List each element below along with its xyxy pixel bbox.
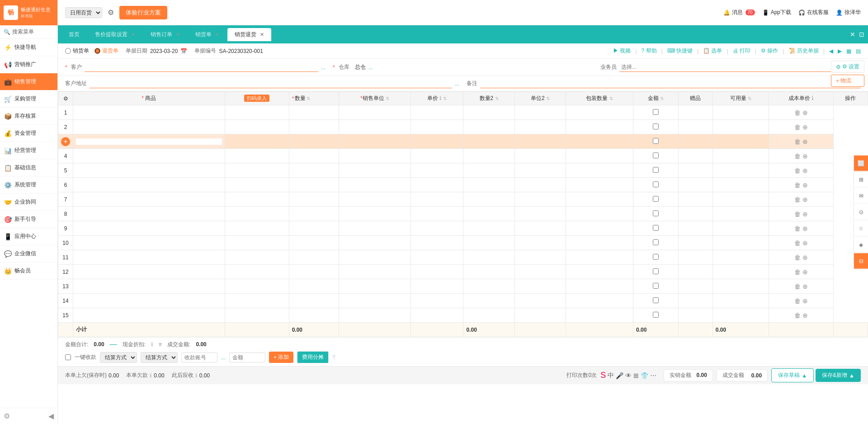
sidebar-item-operations[interactable]: 📊 经营管理 — [0, 142, 57, 159]
gift-cell[interactable] — [633, 192, 679, 207]
online-service-item[interactable]: 🎧 在线客服 — [798, 9, 829, 16]
sidebar-item-enterprise[interactable]: 🤝 企业协同 — [0, 194, 57, 211]
gift-checkbox[interactable] — [653, 254, 659, 260]
gift-cell[interactable] — [633, 134, 679, 149]
quantity-cell[interactable] — [225, 134, 289, 149]
customer-addr-input[interactable] — [90, 79, 452, 88]
unit2-cell[interactable] — [463, 134, 514, 149]
sidebar-item-purchase[interactable]: 🛒 采购管理 — [0, 91, 57, 108]
settings-button[interactable]: ⚙ ⚙ 设置 — [831, 61, 864, 73]
delete-row-icon[interactable]: 🗑 — [794, 297, 801, 305]
unit2-sort-icon[interactable]: ⇅ — [546, 96, 550, 101]
payment-amount-input[interactable] — [229, 353, 265, 362]
add-logistics-button[interactable]: + 物流 — [831, 75, 864, 87]
delete-row-icon[interactable]: 🗑 — [794, 152, 801, 160]
tab-price-setting[interactable]: 售价提取设置 ✕ — [88, 28, 142, 41]
tab-close-icon[interactable]: ✕ — [131, 32, 135, 38]
copy-row-icon[interactable]: ⊕ — [802, 124, 808, 131]
gift-checkbox[interactable] — [653, 138, 659, 144]
shortcut-action[interactable]: ⌨ 快捷键 — [667, 47, 693, 55]
pack-qty-cell[interactable] — [514, 134, 566, 149]
copy-row-icon[interactable]: ⊕ — [802, 239, 808, 247]
sidebar-item-inventory[interactable]: 📦 库存核算 — [0, 108, 57, 125]
sidebar-item-quick-nav[interactable]: ⚡ 快捷导航 — [0, 39, 57, 56]
account-dots[interactable]: ... — [221, 354, 226, 361]
tab-close-all-icon[interactable]: ✕ — [850, 31, 855, 38]
copy-row-icon[interactable]: ⊕ — [802, 225, 808, 232]
gift-cell[interactable] — [633, 265, 679, 279]
add-payment-button[interactable]: + 添加 — [269, 352, 293, 363]
topbar-settings-icon[interactable]: ⚙ — [108, 8, 114, 17]
radio-return-input[interactable] — [94, 48, 100, 54]
gift-cell[interactable] — [633, 178, 679, 192]
tab-home[interactable]: 首页 — [61, 28, 87, 41]
user-item[interactable]: 👤 徐泽华 — [836, 9, 861, 16]
copy-row-icon[interactable]: ⊕ — [802, 283, 808, 290]
tab-sales-delivery[interactable]: 销货单 ✕ — [188, 28, 226, 41]
tab-sales-order[interactable]: 销售订单 ✕ — [143, 28, 187, 41]
copy-row-icon[interactable]: ⊕ — [802, 109, 808, 116]
table-icon[interactable]: ⊞ — [633, 372, 639, 379]
delete-row-icon[interactable]: 🗑 — [794, 254, 801, 261]
add-row-button[interactable]: + — [61, 137, 70, 146]
radio-delivery-input[interactable] — [65, 48, 71, 54]
collapse-icon[interactable]: ◀ — [48, 412, 54, 420]
tab-close-icon[interactable]: ✕ — [260, 32, 264, 38]
gift-checkbox[interactable] — [653, 124, 659, 129]
delete-row-icon[interactable]: 🗑 — [794, 124, 801, 131]
gift-checkbox[interactable] — [653, 297, 659, 303]
staff-input[interactable] — [619, 62, 854, 72]
note-input[interactable] — [480, 79, 861, 88]
one-click-checkbox[interactable] — [65, 354, 71, 360]
gift-checkbox[interactable] — [653, 167, 659, 173]
sidebar-item-sales-mgmt[interactable]: 💼 销售管理 — [0, 73, 57, 91]
copy-row-icon[interactable]: ⊕ — [802, 210, 808, 218]
person-icon[interactable]: 👕 — [641, 372, 648, 379]
right-tool-7[interactable]: ⊟ — [854, 253, 868, 269]
product-cell[interactable] — [73, 134, 225, 149]
copy-row-icon[interactable]: ⊕ — [802, 254, 808, 261]
fee-question-icon[interactable]: ? — [332, 354, 335, 361]
sidebar-item-marketing[interactable]: 📢 营销推广 — [0, 56, 57, 73]
copy-row-icon[interactable]: ⊕ — [802, 196, 808, 203]
delete-row-icon[interactable]: 🗑 — [794, 312, 801, 319]
delete-row-icon[interactable]: 🗑 — [794, 239, 801, 247]
qty-sort-icon[interactable]: ⇅ — [307, 96, 310, 101]
sidebar-item-basic-info[interactable]: 📋 基础信息 — [0, 159, 57, 176]
copy-row-icon[interactable]: ⊕ — [802, 167, 808, 174]
delete-row-icon[interactable]: 🗑 — [794, 225, 801, 232]
app-download-item[interactable]: 📱 App下载 — [762, 9, 791, 16]
gift-checkbox[interactable] — [653, 312, 659, 318]
history-action[interactable]: 📜 历史单据 — [789, 47, 819, 55]
gift-cell[interactable] — [633, 236, 679, 250]
notification-item[interactable]: 🔔 消息 70 — [723, 9, 755, 16]
next-action[interactable]: ▶ — [838, 48, 842, 54]
sidebar-item-finance[interactable]: 💰 资金管理 — [0, 125, 57, 142]
view-list-icon[interactable]: ▤ — [856, 48, 861, 54]
calendar-icon[interactable]: 📅 — [180, 48, 187, 54]
sidebar-item-member[interactable]: 👑 畅会员 — [0, 262, 57, 280]
tab-restore-icon[interactable]: ⊡ — [859, 31, 864, 38]
checkout-method-select[interactable]: 结算方式 — [100, 352, 137, 363]
save-new-button[interactable]: 保存&新增 ▲ — [816, 369, 861, 382]
save-draft-button[interactable]: 保存草稿 ▲ — [771, 368, 814, 382]
product-input[interactable] — [76, 138, 222, 145]
account-input[interactable] — [181, 353, 217, 362]
delete-row-icon[interactable]: 🗑 — [794, 167, 801, 174]
print-action[interactable]: 🖨 打印 — [733, 47, 750, 55]
gift-checkbox[interactable] — [653, 283, 659, 289]
sidebar-item-system[interactable]: ⚙️ 系统管理 — [0, 176, 57, 194]
view-grid-icon[interactable]: ▦ — [846, 48, 851, 54]
eye-icon[interactable]: 👁 — [625, 372, 632, 379]
video-action[interactable]: ▶ 视频 — [613, 47, 631, 55]
copy-row-icon[interactable]: ⊕ — [802, 312, 808, 319]
info-q-icon[interactable]: ℹ — [151, 341, 153, 348]
gift-cell[interactable] — [633, 308, 679, 323]
gift-checkbox[interactable] — [653, 225, 659, 231]
right-tool-2[interactable]: ⊞ — [854, 172, 868, 187]
avail-sort-icon[interactable]: ⇅ — [748, 96, 751, 101]
right-tool-6[interactable]: ◈ — [854, 237, 868, 252]
th-settings[interactable]: ⚙ — [58, 92, 73, 105]
tab-close-icon[interactable]: ✕ — [176, 32, 180, 38]
qty2-cell[interactable] — [410, 134, 463, 149]
